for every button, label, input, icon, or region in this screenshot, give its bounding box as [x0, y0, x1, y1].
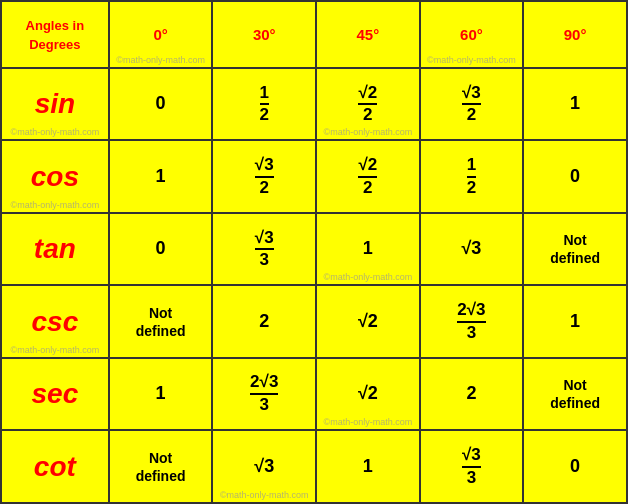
angle-0-header: 0° ©math-only-math.com — [109, 1, 213, 68]
cot-30: √3 ©math-only-math.com — [212, 430, 316, 503]
sin-label-cell: sin ©math-only-math.com — [1, 68, 109, 140]
cos-label-cell: cos ©math-only-math.com — [1, 140, 109, 212]
csc-label: csc — [32, 306, 79, 337]
angle-60-header: 60° ©math-only-math.com — [420, 1, 524, 68]
sec-45: √2 ©math-only-math.com — [316, 358, 420, 430]
sec-30: 2√3 3 — [212, 358, 316, 430]
angle-90-header: 90° — [523, 1, 627, 68]
csc-90: 1 — [523, 285, 627, 357]
cos-label: cos — [31, 161, 79, 192]
csc-60: 2√3 3 — [420, 285, 524, 357]
angles-header-cell: Angles inDegrees — [1, 1, 109, 68]
cos-0: 1 — [109, 140, 213, 212]
tan-label-cell: tan — [1, 213, 109, 285]
tan-45: 1 ©math-only-math.com — [316, 213, 420, 285]
tan-90: Notdefined — [523, 213, 627, 285]
watermark-sec-45: ©math-only-math.com — [317, 417, 419, 427]
angle-0-value: 0° — [153, 26, 167, 43]
watermark-sin-45: ©math-only-math.com — [317, 127, 419, 137]
angle-45-value: 45° — [356, 26, 379, 43]
cot-60: √3 3 — [420, 430, 524, 503]
angle-90-value: 90° — [564, 26, 587, 43]
cos-30: √3 2 — [212, 140, 316, 212]
watermark-tan-45: ©math-only-math.com — [317, 272, 419, 282]
csc-45: √2 — [316, 285, 420, 357]
sec-60: 2 — [420, 358, 524, 430]
watermark-sin: ©math-only-math.com — [2, 127, 108, 137]
watermark-cot-30: ©math-only-math.com — [213, 490, 315, 500]
angle-30-value: 30° — [253, 26, 276, 43]
sec-label: sec — [32, 378, 79, 409]
tan-0: 0 — [109, 213, 213, 285]
csc-0: Notdefined — [109, 285, 213, 357]
cot-90: 0 — [523, 430, 627, 503]
cos-60: 1 2 — [420, 140, 524, 212]
watermark-1: ©math-only-math.com — [110, 55, 212, 65]
angle-45-header: 45° — [316, 1, 420, 68]
cos-45: √2 2 — [316, 140, 420, 212]
sin-45: √2 2 ©math-only-math.com — [316, 68, 420, 140]
sin-label: sin — [35, 88, 75, 119]
sin-0: 0 — [109, 68, 213, 140]
sin-30: 1 2 — [212, 68, 316, 140]
tan-label: tan — [34, 233, 76, 264]
csc-label-cell: csc ©math-only-math.com — [1, 285, 109, 357]
sin-60: √3 2 — [420, 68, 524, 140]
angle-60-value: 60° — [460, 26, 483, 43]
tan-60: √3 — [420, 213, 524, 285]
tan-30: √3 3 — [212, 213, 316, 285]
cot-label: cot — [34, 451, 76, 482]
sec-0: 1 — [109, 358, 213, 430]
angles-label: Angles inDegrees — [26, 18, 85, 52]
cos-90: 0 — [523, 140, 627, 212]
sin-90: 1 — [523, 68, 627, 140]
angle-30-header: 30° — [212, 1, 316, 68]
watermark-2: ©math-only-math.com — [421, 55, 523, 65]
sec-90: Notdefined — [523, 358, 627, 430]
sec-label-cell: sec — [1, 358, 109, 430]
cot-label-cell: cot — [1, 430, 109, 503]
watermark-cos: ©math-only-math.com — [2, 200, 108, 210]
cot-0: Notdefined — [109, 430, 213, 503]
cot-45: 1 — [316, 430, 420, 503]
watermark-csc: ©math-only-math.com — [2, 345, 108, 355]
csc-30: 2 — [212, 285, 316, 357]
